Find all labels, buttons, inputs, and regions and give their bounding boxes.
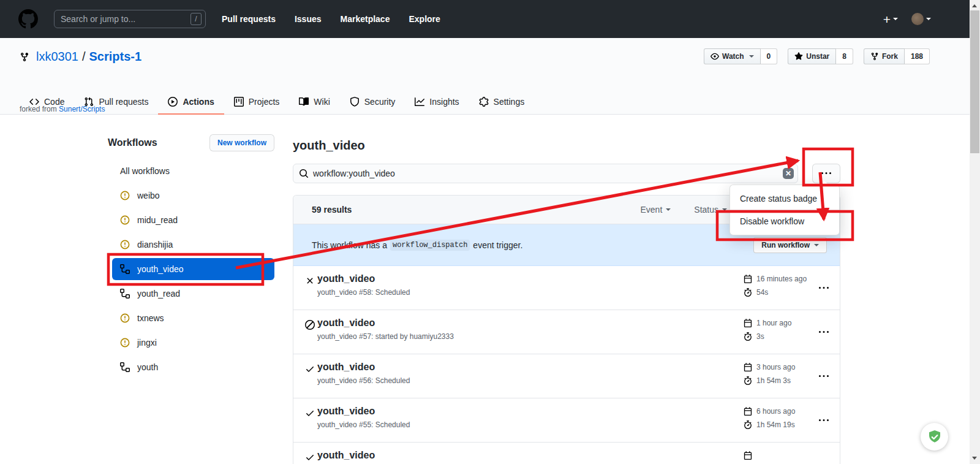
workflow-item-label: jingxi: [137, 338, 157, 348]
code-icon: [29, 97, 39, 107]
tab-label: Actions: [183, 97, 214, 107]
sidebar-item-youth-read[interactable]: youth_read: [108, 281, 274, 306]
run-titles: youth_video youth_video #55: Scheduled: [317, 406, 410, 429]
global-search-input[interactable]: [54, 10, 206, 28]
run-options-kebab-icon[interactable]: [819, 371, 829, 381]
runs-filter-dropdowns: Event Status: [640, 205, 727, 215]
run-row: youth_video youth_video #55: Scheduled 6…: [293, 398, 840, 443]
star-count[interactable]: 8: [836, 48, 853, 64]
run-title-link[interactable]: youth_video: [317, 406, 410, 417]
success-icon: [305, 364, 315, 374]
tab-security[interactable]: Security: [340, 89, 405, 115]
sidebar-item-youth[interactable]: youth: [108, 355, 274, 379]
play-icon: [168, 97, 178, 107]
workflows-header: Workflows New workflow: [108, 131, 274, 155]
unstar-button[interactable]: Unstar: [788, 48, 836, 64]
nav-link-pull-requests[interactable]: Pull requests: [222, 14, 276, 24]
runs-filter-input[interactable]: [293, 164, 798, 183]
scrollbar-up-arrow-icon[interactable]: [972, 4, 977, 7]
tab-pull-requests[interactable]: Pull requests: [74, 89, 158, 115]
page-scrollbar[interactable]: [970, 0, 980, 464]
tab-label: Pull requests: [99, 97, 148, 107]
sidebar-item-dianshijia[interactable]: dianshijia: [108, 232, 274, 257]
unstar-label: Unstar: [806, 52, 829, 61]
run-title-link[interactable]: youth_video: [317, 318, 454, 329]
run-subtitle: youth_video #57: started by huamiyu2333: [317, 332, 454, 341]
create-new-icon[interactable]: +: [883, 13, 891, 26]
star-group: Unstar 8: [788, 48, 853, 64]
run-title-link[interactable]: youth_video: [317, 273, 410, 284]
workflows-sidebar: Workflows New workflow All workflows wei…: [108, 131, 274, 379]
adguard-shield-button[interactable]: [921, 423, 948, 451]
clear-filter-button[interactable]: ✕: [783, 168, 794, 179]
repo-tabs: Code Pull requests Actions Projects Wiki…: [20, 89, 534, 115]
graph-icon: [415, 97, 424, 107]
pull-request-icon: [84, 97, 94, 107]
status-filter-dropdown[interactable]: Status: [694, 205, 727, 215]
watch-count[interactable]: 0: [761, 48, 778, 64]
repo-name-link[interactable]: Scripts-1: [89, 50, 142, 64]
results-count: 59 results: [312, 205, 352, 215]
tab-settings[interactable]: Settings: [469, 89, 535, 115]
run-subtitle: youth_video #55: Scheduled: [317, 420, 410, 429]
run-row: youth_video youth_video #58: Scheduled 1…: [293, 266, 840, 310]
github-logo-icon[interactable]: [18, 9, 38, 29]
create-new-caret-icon[interactable]: [893, 18, 898, 20]
run-title-link[interactable]: youth_video: [317, 362, 410, 373]
sidebar-item-all-workflows[interactable]: All workflows: [108, 159, 274, 183]
fork-group: Fork 188: [864, 48, 930, 64]
sidebar-item-youth-video[interactable]: youth_video: [112, 258, 274, 280]
shield-icon: [350, 97, 360, 107]
run-workflow-button[interactable]: Run workflow: [753, 237, 827, 253]
calendar-icon: [744, 363, 752, 371]
nav-link-issues[interactable]: Issues: [295, 14, 322, 24]
new-workflow-button[interactable]: New workflow: [209, 134, 274, 151]
book-icon: [299, 97, 309, 107]
workflow-icon: [120, 264, 130, 274]
scrollbar-thumb[interactable]: [970, 10, 979, 153]
run-options-kebab-icon[interactable]: [819, 416, 829, 425]
project-icon: [234, 97, 244, 107]
nav-link-marketplace[interactable]: Marketplace: [341, 14, 390, 24]
repo-owner-link[interactable]: lxk0301: [36, 50, 78, 64]
eye-icon: [710, 52, 719, 61]
tab-insights[interactable]: Insights: [405, 89, 469, 115]
run-options-kebab-icon[interactable]: [819, 327, 829, 337]
workflow-runs-pane: youth_video ✕ 59 results Event Status: [293, 131, 840, 464]
workflow-item-label: dianshijia: [137, 240, 173, 249]
stopwatch-icon: [744, 420, 752, 429]
user-avatar[interactable]: [911, 13, 924, 25]
menu-item-disable-workflow[interactable]: Disable workflow: [730, 210, 839, 232]
chevron-down-icon: [666, 208, 671, 211]
run-meta: 1 hour ago 3s: [744, 318, 791, 345]
chevron-down-icon: [722, 208, 727, 211]
workflow-item-label: txnews: [137, 313, 164, 323]
sidebar-item-jingxi[interactable]: jingxi: [108, 330, 274, 355]
scrollbar-down-arrow-icon[interactable]: [972, 457, 977, 460]
tab-label: Projects: [249, 97, 280, 107]
run-meta: 16 minutes ago 54s: [744, 274, 807, 301]
tab-code[interactable]: Code: [20, 89, 74, 115]
fork-count[interactable]: 188: [905, 48, 930, 64]
event-filter-dropdown[interactable]: Event: [640, 205, 671, 215]
tab-wiki[interactable]: Wiki: [289, 89, 339, 115]
run-row: youth_video youth_video #57: started by …: [293, 310, 840, 354]
run-meta: 3 hours ago 1h 54m 3s: [744, 362, 795, 389]
watch-button[interactable]: Watch: [704, 48, 761, 64]
run-options-kebab-icon[interactable]: [819, 283, 829, 293]
tab-actions[interactable]: Actions: [158, 89, 224, 115]
fork-button[interactable]: Fork: [864, 48, 905, 64]
tab-projects[interactable]: Projects: [224, 89, 290, 115]
run-subtitle: youth_video #56: Scheduled: [317, 376, 410, 385]
menu-item-create-status-badge[interactable]: Create status badge: [730, 188, 839, 210]
run-title-link[interactable]: youth_video: [317, 450, 375, 461]
user-menu-caret-icon[interactable]: [926, 18, 931, 20]
success-icon: [305, 408, 315, 418]
run-duration: 3s: [756, 332, 764, 341]
sidebar-item-txnews[interactable]: txnews: [108, 306, 274, 330]
sidebar-item-midu-read[interactable]: midu_read: [108, 208, 274, 232]
nav-link-explore[interactable]: Explore: [409, 14, 440, 24]
tab-label: Settings: [494, 97, 525, 107]
workflow-page-title: youth_video: [293, 139, 840, 153]
sidebar-item-weibo[interactable]: weibo: [108, 183, 274, 208]
